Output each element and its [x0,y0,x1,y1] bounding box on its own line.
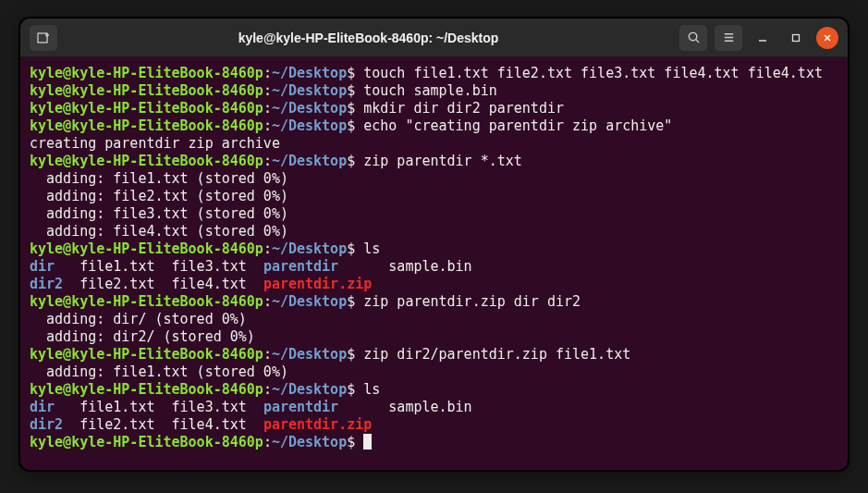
output-line: adding: file2.txt (stored 0%) [30,188,838,205]
prompt-dollar: $ [347,117,355,134]
command-line: kyle@kyle-HP-EliteBook-8460p:~/Desktop$ [30,434,838,451]
output-line: adding: file4.txt (stored 0%) [30,223,838,240]
close-button[interactable] [816,27,838,49]
prompt-path: ~/Desktop [272,346,347,363]
ls-archive: parentdir.zip [263,276,372,292]
ls-directory: dir2 [30,276,63,292]
svg-rect-9 [793,34,800,41]
command-line: kyle@kyle-HP-EliteBook-8460p:~/Desktop$ … [30,381,838,399]
command-text: echo "creating parentdir zip archive" [355,117,672,134]
maximize-icon [790,32,801,43]
prompt-dollar: $ [347,82,355,99]
new-tab-icon [36,31,51,45]
window-title: kyle@kyle-HP-EliteBook-8460p: ~/Desktop [57,31,679,45]
output-line: adding: dir2/ (stored 0%) [30,328,838,346]
output-text: adding: file3.txt (stored 0%) [30,205,288,222]
prompt-dollar: $ [347,293,355,310]
prompt-path: ~/Desktop [272,293,347,310]
svg-line-4 [695,40,698,43]
hamburger-menu-button[interactable] [715,25,742,51]
output-line: creating parentdir zip archive [30,135,838,153]
prompt-path: ~/Desktop [272,82,347,99]
terminal-content[interactable]: kyle@kyle-HP-EliteBook-8460p:~/Desktop$ … [20,57,848,470]
ls-file: file1.txt file3.txt [55,399,263,415]
command-line: kyle@kyle-HP-EliteBook-8460p:~/Desktop$ … [30,346,838,364]
output-text: adding: file4.txt (stored 0%) [30,223,288,240]
output-text: adding: file2.txt (stored 0%) [30,188,288,204]
command-text [355,434,363,450]
prompt-dollar: $ [347,153,355,169]
prompt-separator: : [263,153,272,169]
new-tab-button[interactable] [30,25,57,51]
prompt-separator: : [263,82,272,99]
prompt-user-host: kyle@kyle-HP-EliteBook-8460p [30,153,263,169]
prompt-user-host: kyle@kyle-HP-EliteBook-8460p [30,240,263,257]
prompt-user-host: kyle@kyle-HP-EliteBook-8460p [30,82,263,99]
prompt-path: ~/Desktop [272,65,347,81]
ls-directory: dir [30,258,55,275]
output-line: adding: dir/ (stored 0%) [30,311,838,328]
ls-output-line: dir file1.txt file3.txt parentdir sample… [30,399,838,416]
output-line: adding: file3.txt (stored 0%) [30,205,838,223]
ls-file: sample.bin [338,258,472,275]
prompt-separator: : [263,100,272,117]
cursor [363,434,372,450]
command-text: ls [355,240,380,257]
prompt-separator: : [263,346,272,363]
prompt-user-host: kyle@kyle-HP-EliteBook-8460p [30,117,263,134]
minimize-icon [757,32,768,43]
command-text: zip parentdir.zip dir dir2 [355,293,581,310]
prompt-separator: : [263,434,272,450]
prompt-separator: : [263,381,272,398]
ls-directory: parentdir [263,399,338,415]
command-line: kyle@kyle-HP-EliteBook-8460p:~/Desktop$ … [30,293,838,311]
ls-file: file2.txt file4.txt [63,276,263,292]
ls-output-line: dir2 file2.txt file4.txt parentdir.zip [30,276,838,293]
hamburger-icon [722,31,736,44]
prompt-user-host: kyle@kyle-HP-EliteBook-8460p [30,65,263,81]
terminal-window: kyle@kyle-HP-EliteBook-8460p: ~/Desktop … [20,18,848,470]
prompt-separator: : [263,65,272,81]
ls-file: sample.bin [338,399,472,415]
command-line: kyle@kyle-HP-EliteBook-8460p:~/Desktop$ … [30,240,838,258]
command-line: kyle@kyle-HP-EliteBook-8460p:~/Desktop$ … [30,100,838,117]
search-button[interactable] [679,25,707,51]
command-line: kyle@kyle-HP-EliteBook-8460p:~/Desktop$ … [30,82,838,100]
maximize-button[interactable] [783,25,809,51]
command-text: zip dir2/parentdir.zip file1.txt [355,346,630,363]
ls-output-line: dir file1.txt file3.txt parentdir sample… [30,258,838,276]
titlebar: kyle@kyle-HP-EliteBook-8460p: ~/Desktop [20,18,848,57]
ls-directory: dir [30,399,55,415]
prompt-path: ~/Desktop [272,434,347,450]
output-line: adding: file1.txt (stored 0%) [30,170,838,188]
output-line: adding: file1.txt (stored 0%) [30,364,838,381]
command-text: touch file1.txt file2.txt file3.txt file… [355,65,823,81]
prompt-path: ~/Desktop [272,100,347,117]
prompt-separator: : [263,293,272,310]
output-text: adding: file1.txt (stored 0%) [30,364,288,380]
ls-file: file1.txt file3.txt [55,258,263,275]
svg-point-3 [689,32,696,40]
prompt-user-host: kyle@kyle-HP-EliteBook-8460p [30,100,263,117]
prompt-separator: : [263,117,272,134]
output-text: adding: file1.txt (stored 0%) [30,170,288,187]
close-icon [823,33,832,43]
command-text: zip parentdir *.txt [355,153,522,169]
prompt-path: ~/Desktop [272,240,347,257]
ls-directory: parentdir [263,258,338,275]
minimize-button[interactable] [750,25,776,51]
command-line: kyle@kyle-HP-EliteBook-8460p:~/Desktop$ … [30,117,838,135]
prompt-user-host: kyle@kyle-HP-EliteBook-8460p [30,293,263,310]
command-text: touch sample.bin [355,82,497,99]
prompt-path: ~/Desktop [272,117,347,134]
prompt-separator: : [263,240,272,257]
prompt-dollar: $ [347,434,355,450]
output-text: adding: dir2/ (stored 0%) [30,328,255,345]
prompt-path: ~/Desktop [272,153,347,169]
ls-directory: dir2 [30,416,63,433]
ls-archive: parentdir.zip [263,416,372,433]
command-line: kyle@kyle-HP-EliteBook-8460p:~/Desktop$ … [30,65,838,82]
command-text: ls [355,381,380,398]
output-text: adding: dir/ (stored 0%) [30,311,247,327]
prompt-dollar: $ [347,65,355,81]
